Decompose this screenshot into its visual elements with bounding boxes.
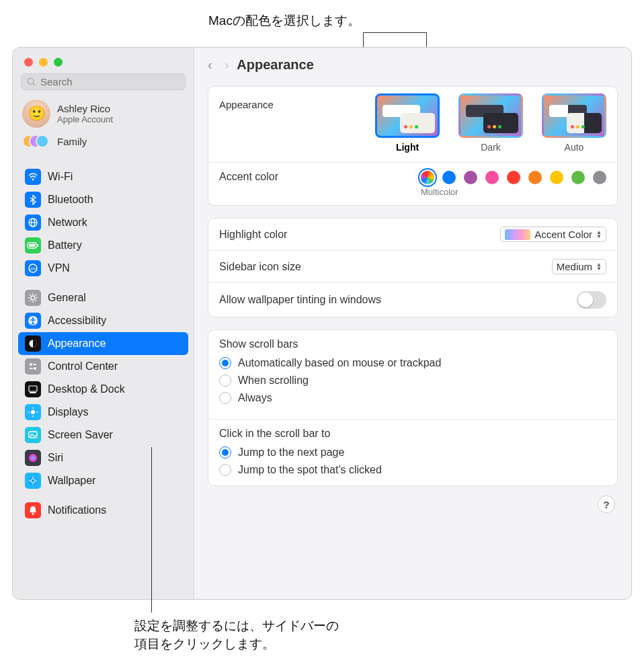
- svg-point-21: [32, 317, 34, 319]
- scrollbars-option-2[interactable]: Always: [208, 389, 617, 414]
- scrollbars-option-0[interactable]: Automatically based on mouse or trackpad: [208, 354, 617, 372]
- svg-line-1: [33, 83, 35, 85]
- globe-icon: [25, 214, 41, 231]
- toolbar: ‹ › Appearance: [194, 48, 631, 82]
- svg-point-0: [28, 78, 34, 84]
- sidebar-item-accessibility[interactable]: Accessibility: [18, 309, 188, 332]
- tinting-label: Allow wallpaper tinting in windows: [219, 294, 381, 306]
- dock-icon: [25, 381, 41, 397]
- scrollclick-option-0[interactable]: Jump to the next page: [208, 444, 617, 461]
- sidebar-item-label: Accessibility: [48, 315, 106, 327]
- sidebar-item-label: Control Center: [48, 360, 118, 372]
- appear-icon: [25, 336, 41, 352]
- accent-swatch-5[interactable]: [528, 171, 542, 184]
- sidebar-item-siri[interactable]: Siri: [18, 446, 188, 469]
- svg-rect-8: [29, 244, 35, 247]
- bell-icon: [25, 502, 41, 518]
- accent-swatch-2[interactable]: [464, 171, 477, 184]
- tinting-toggle[interactable]: [577, 291, 606, 309]
- svg-rect-7: [37, 244, 38, 247]
- svg-rect-27: [29, 386, 37, 391]
- sidebar-item-notifications[interactable]: Notifications: [18, 499, 188, 522]
- acc-icon: [25, 313, 41, 329]
- svg-line-16: [30, 295, 31, 296]
- sidebar-item-control-center[interactable]: Control Center: [18, 355, 188, 378]
- sidebar-item-wi-fi[interactable]: Wi-Fi: [18, 165, 188, 188]
- sidebar-item-label: Screen Saver: [48, 429, 113, 441]
- sidebar-item-wallpaper[interactable]: Wallpaper: [18, 469, 188, 492]
- svg-point-25: [34, 367, 36, 370]
- sidebar-item-displays[interactable]: Displays: [18, 401, 188, 424]
- radio-icon: [219, 446, 231, 459]
- nav-forward[interactable]: ›: [225, 57, 229, 73]
- sidebar-item-general[interactable]: General: [18, 286, 188, 309]
- radio-label: Always: [238, 392, 272, 404]
- sidebar-item-battery[interactable]: Battery: [18, 234, 188, 257]
- svg-point-2: [32, 179, 34, 181]
- sidebar-item-label: Wi-Fi: [48, 171, 73, 183]
- accent-swatch-7[interactable]: [571, 171, 585, 184]
- search-icon: [27, 77, 36, 87]
- wall-icon: [25, 473, 41, 489]
- sidebar-item-label: General: [48, 292, 86, 304]
- svg-text:VPN: VPN: [29, 267, 37, 271]
- accent-swatch-0[interactable]: [421, 171, 434, 184]
- nav-back[interactable]: ‹: [208, 57, 212, 73]
- radio-label: Jump to the next page: [238, 446, 344, 459]
- bt-icon: [25, 192, 41, 208]
- scrollclick-heading: Click in the scroll bar to: [208, 420, 617, 444]
- minimize-window[interactable]: [39, 58, 48, 67]
- scrollbars-option-1[interactable]: When scrolling: [208, 372, 617, 389]
- sidebar-item-network[interactable]: Network: [18, 211, 188, 234]
- accent-swatch-1[interactable]: [442, 171, 456, 184]
- account-name: Ashley Rico: [57, 103, 113, 114]
- sidebar-item-desktop-dock[interactable]: Desktop & Dock: [18, 378, 188, 401]
- disp-icon: [25, 404, 41, 420]
- highlight-select[interactable]: Accent Color ▲▼: [500, 227, 606, 242]
- sidebar-item-screen-saver[interactable]: Screen Saver: [18, 424, 188, 446]
- wifi-icon: [25, 169, 41, 185]
- scroll-group: Show scroll bars Automatically based on …: [208, 329, 618, 486]
- accent-swatch-8[interactable]: [593, 171, 606, 184]
- theme-label: Light: [375, 142, 440, 153]
- sidebar-list: Wi-FiBluetoothNetworkBatteryVPNVPNGenera…: [13, 163, 194, 599]
- apple-account-row[interactable]: 🙂 Ashley Rico Apple Account: [13, 95, 194, 130]
- theme-dark[interactable]: Dark: [458, 93, 523, 153]
- help-button[interactable]: ?: [598, 496, 615, 513]
- zoom-window[interactable]: [54, 58, 63, 67]
- radio-icon: [219, 375, 231, 387]
- svg-point-11: [31, 296, 35, 300]
- scrollclick-option-1[interactable]: Jump to the spot that's clicked: [208, 461, 617, 485]
- accent-swatch-4[interactable]: [507, 171, 520, 184]
- sidebar-item-appearance[interactable]: Appearance: [18, 332, 188, 355]
- accent-label: Accent color: [219, 171, 278, 183]
- theme-light[interactable]: Light: [375, 93, 440, 153]
- highlight-value: Accent Color: [534, 229, 592, 240]
- close-window[interactable]: [24, 58, 33, 67]
- sidebar-item-bluetooth[interactable]: Bluetooth: [18, 188, 188, 211]
- sidebar-size-select[interactable]: Medium ▲▼: [552, 259, 606, 274]
- family-avatars: [22, 133, 50, 149]
- search-field[interactable]: [21, 73, 186, 90]
- svg-line-18: [30, 301, 31, 302]
- accent-swatch-6[interactable]: [550, 171, 563, 184]
- vpn-icon: VPN: [25, 260, 41, 276]
- sidebar: 🙂 Ashley Rico Apple Account Family Wi-Fi…: [13, 48, 194, 599]
- accent-colors: [421, 171, 606, 184]
- sidebar-item-label: Wallpaper: [48, 475, 95, 487]
- theme-auto[interactable]: Auto: [542, 93, 606, 153]
- svg-point-23: [30, 363, 32, 366]
- sidebar-item-label: Notifications: [48, 504, 106, 516]
- family-row[interactable]: Family: [13, 130, 194, 156]
- sidebar-item-vpn[interactable]: VPNVPN: [18, 257, 188, 280]
- radio-label: Jump to the spot that's clicked: [238, 464, 382, 476]
- avatar: 🙂: [22, 100, 50, 128]
- accent-swatch-3[interactable]: [485, 171, 499, 184]
- search-input[interactable]: [40, 76, 179, 87]
- chevrons-icon: ▲▼: [596, 231, 602, 239]
- family-label: Family: [57, 136, 87, 147]
- svg-point-43: [32, 513, 34, 515]
- callout-bottom: 設定を調整するには、サイドバーの 項目をクリックします。: [134, 617, 339, 653]
- appearance-group: Appearance Light Dark Auto Accent color …: [208, 86, 618, 206]
- theme-thumb-auto: [542, 93, 606, 138]
